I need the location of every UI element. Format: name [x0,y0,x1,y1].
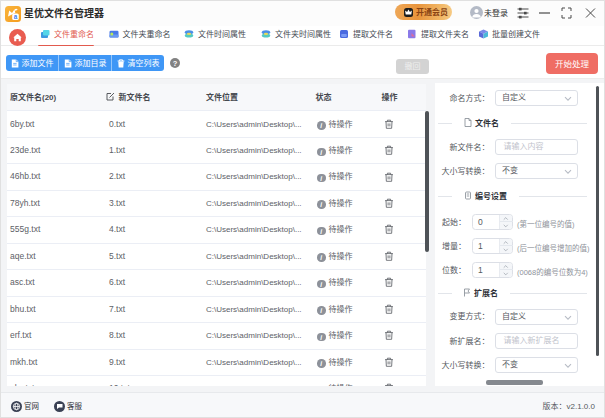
svg-text:a: a [14,13,18,20]
